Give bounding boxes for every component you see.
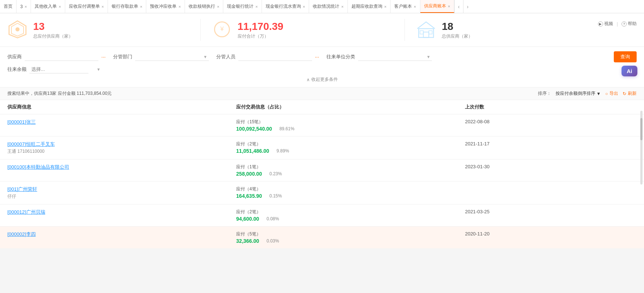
search-button[interactable]: 查询: [614, 51, 637, 62]
summary-icon-1: [7, 19, 28, 41]
close-tab-collect-stat[interactable]: ×: [341, 4, 343, 9]
results-bar-right: 排序： 按应付余额倒序排序 ▼ ○ 导出 ↻ 刷新: [538, 90, 637, 97]
nav-tab-receipt-verify[interactable]: 收款核销执行 ×: [185, 0, 223, 13]
category-input[interactable]: [358, 53, 425, 61]
payable-amount-5[interactable]: 94,600.00: [236, 216, 259, 222]
nav-tab-3[interactable]: 3 ×: [17, 0, 31, 13]
table-row: [000001]张三 应付（15笔） 100,092,540.00 89.61%…: [0, 114, 644, 137]
close-tab-receipt-verify[interactable]: ×: [217, 4, 219, 9]
payable-amount-6[interactable]: 32,366.00: [236, 238, 259, 244]
nav-tab-supplier-account[interactable]: 供应商账本 ×: [420, 0, 454, 13]
sort-label: 排序：: [538, 90, 551, 97]
col-header-lastpay: 上次付数: [465, 104, 637, 110]
balance-input[interactable]: [29, 65, 95, 73]
payable-cell-1: 应付（15笔） 100,092,540.00 89.61%: [236, 119, 465, 132]
nav-right-arrow[interactable]: ›: [463, 0, 472, 13]
payable-amount-1[interactable]: 100,092,540.00: [236, 126, 272, 132]
nav-tab-home[interactable]: 首页: [0, 0, 17, 13]
summary-card-2: ¥ 11,170.39 应付合计（万）: [212, 19, 394, 41]
scroll-thumb[interactable]: [640, 118, 643, 140]
lastpay-cell-6: 2020-11-20: [465, 231, 637, 244]
person-dots-icon[interactable]: ···: [315, 54, 319, 60]
top-nav: 首页 3 × 其他收入单 × 应收应付调整单 × 银行存取款单 × 预收冲应收单…: [0, 0, 644, 13]
summary-info-2: 11,170.39 应付合计（万）: [238, 21, 284, 39]
nav-left-arrow[interactable]: ‹: [454, 0, 463, 13]
supplier-link-5[interactable]: [000012]广州贝瑞: [7, 209, 45, 215]
ai-button[interactable]: Ai: [622, 66, 637, 76]
payable-cell-2: 应付（2笔） 11,051,486.00 9.89%: [236, 141, 465, 155]
dept-dropdown-icon: ▼: [202, 55, 209, 59]
divider-1: [200, 19, 201, 41]
nav-tab-ap-adjust[interactable]: 应收应付调整单 ×: [65, 0, 108, 13]
table-header: 供应商信息 应付交易信息（占比） 上次付数: [0, 100, 644, 114]
divider-2: [405, 19, 405, 41]
filter-area: 供应商 ··· 分管部门 ▼ 分管人员 ··· 往来单位分类 ▼ 查询: [0, 47, 644, 87]
lastpay-cell-1: 2022-08-08: [465, 119, 637, 132]
nav-tab-cash-bank-flow[interactable]: 现金银行流水查询 ×: [262, 0, 309, 13]
total-ap-suppliers-label: 总应付供应商（家）: [33, 33, 73, 39]
export-btn[interactable]: ○ 导出: [605, 90, 618, 97]
svg-rect-8: [429, 31, 432, 34]
total-suppliers: 18: [442, 21, 473, 32]
supplier-link-3[interactable]: [000100]本特勤油品有限公司: [7, 164, 69, 170]
payable-amount-2[interactable]: 11,051,486.00: [236, 148, 269, 154]
video-circle-icon: ▶: [598, 21, 603, 27]
nav-tab-customer-account[interactable]: 客户账本 ×: [391, 0, 420, 13]
category-select-wrap[interactable]: ▼: [358, 53, 432, 61]
dept-input[interactable]: [135, 53, 202, 61]
top-right-links: ▶ 视频 | ? 帮助: [598, 19, 637, 27]
nav-tab-overdue-collect[interactable]: 超期应收款查询 ×: [348, 0, 391, 13]
close-tab-3[interactable]: ×: [25, 4, 27, 9]
close-tab-customer-account[interactable]: ×: [414, 4, 416, 9]
person-input[interactable]: [238, 53, 312, 61]
svg-point-2: [15, 27, 20, 31]
supplier-link-6[interactable]: [000002]李四: [7, 231, 36, 237]
payable-amount-4[interactable]: 164,635.90: [236, 193, 262, 199]
sort-value[interactable]: 按应付余额倒序排序 ▼: [556, 90, 601, 97]
supplier-cell-4: [001]广州荣轩 仔仔: [7, 186, 236, 200]
lastpay-cell-5: 2021-03-25: [465, 209, 637, 222]
nav-tab-other-income[interactable]: 其他收入单 ×: [31, 0, 65, 13]
nav-tab-cash-bank-stat[interactable]: 现金银行统计 ×: [223, 0, 262, 13]
close-tab-supplier-account[interactable]: ×: [448, 4, 450, 8]
close-tab-bank-deposit[interactable]: ×: [140, 4, 142, 9]
payable-cell-3: 应付（1笔） 258,000.00 0.23%: [236, 164, 465, 177]
dept-select-wrap[interactable]: ▼: [135, 53, 209, 61]
payable-amount-3[interactable]: 258,000.00: [236, 171, 262, 177]
close-tab-other-income[interactable]: ×: [59, 4, 61, 9]
help-circle-icon: ?: [622, 21, 627, 27]
nav-tab-collect-stat[interactable]: 收款情况统计 ×: [309, 0, 347, 13]
payable-cell-6: 应付（5笔） 32,366.00 0.03%: [236, 231, 465, 244]
summary-icon-3: [416, 19, 436, 41]
supplier-cell-2: [000007]恒旺二手叉车 王通 17106110000: [7, 141, 236, 155]
summary-card-1: 13 总应付供应商（家）: [7, 19, 189, 41]
table-row: [000100]本特勤油品有限公司 应付（1笔） 258,000.00 0.23…: [0, 159, 644, 182]
nav-tab-bank-deposit[interactable]: 银行存取款单 ×: [108, 0, 146, 13]
close-tab-overdue-collect[interactable]: ×: [384, 4, 386, 9]
supplier-input[interactable]: [25, 53, 98, 61]
close-tab-cash-bank-stat[interactable]: ×: [255, 4, 258, 9]
close-tab-ap-adjust[interactable]: ×: [102, 4, 104, 9]
lastpay-cell-4: [465, 186, 637, 200]
video-link[interactable]: ▶ 视频: [598, 21, 613, 27]
balance-select-wrap[interactable]: ▼: [29, 65, 88, 73]
close-tab-cash-bank-flow[interactable]: ×: [303, 4, 305, 9]
collapse-filter-btn[interactable]: ∧ 收起更多条件: [307, 76, 338, 83]
supplier-link-4[interactable]: [001]广州荣轩: [7, 186, 37, 192]
filter-row-2: 往来余额 ▼: [7, 65, 637, 73]
close-tab-prepay-collect[interactable]: ×: [178, 4, 181, 9]
refresh-btn[interactable]: ↻ 刷新: [623, 90, 637, 97]
filter-item-person: 分管人员 ···: [216, 53, 319, 61]
supplier-link-1[interactable]: [000001]张三: [7, 119, 36, 125]
nav-tab-prepay-collect[interactable]: 预收冲应收单 ×: [146, 0, 185, 13]
results-bar: 搜索结果中，供应商13家 应付金额 111,703,854.00元 排序： 按应…: [0, 87, 644, 100]
help-link[interactable]: ? 帮助: [622, 21, 637, 27]
scrollbar[interactable]: [640, 111, 643, 185]
total-ap-amount-label: 应付合计（万）: [238, 33, 284, 39]
supplier-dots-icon[interactable]: ···: [101, 54, 106, 60]
lastpay-cell-2: 2021-11-17: [465, 141, 637, 155]
filter-item-supplier: 供应商 ···: [7, 53, 106, 61]
filter-row-1: 供应商 ··· 分管部门 ▼ 分管人员 ··· 往来单位分类 ▼ 查询: [7, 51, 637, 62]
supplier-link-2[interactable]: [000007]恒旺二手叉车: [7, 141, 55, 147]
table-row: [001]广州荣轩 仔仔 应付（4笔） 164,635.90 0.15%: [0, 182, 644, 204]
